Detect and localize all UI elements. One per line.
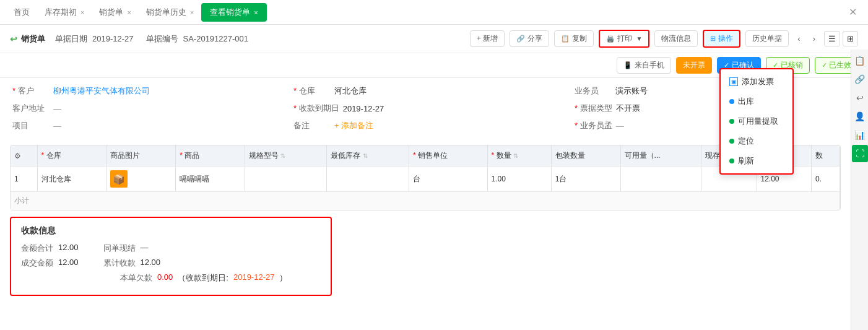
main-content: ↩ 销货单 单据日期 2019-12-27 单据编号 SA-20191227-0…	[0, 25, 868, 330]
col-extra: 数	[812, 145, 840, 167]
right-icon-1[interactable]: 📋	[851, 52, 868, 69]
due-date-field: 收款到期日 2019-12-27	[293, 103, 575, 114]
right-panel: 📋 🔗 ↩ 👤 📊 ⛶	[851, 50, 868, 330]
doc-title: ↩ 销货单	[10, 33, 45, 45]
refresh-item[interactable]: 刷新	[721, 151, 792, 171]
right-icon-5[interactable]: 📊	[851, 126, 868, 144]
owe-label: 本单欠款	[120, 272, 152, 284]
tab-history[interactable]: 销货单历史 ×	[139, 2, 201, 23]
col-warehouse: * 仓库	[37, 145, 106, 167]
due-date-label: 收款到期日	[293, 103, 339, 114]
outbound-item[interactable]: 出库	[721, 92, 792, 111]
location-icon	[729, 139, 734, 144]
available-item[interactable]: 可用量提取	[721, 111, 792, 131]
row-product: 嗝嗝嗝嗝	[176, 167, 245, 192]
total-recv-label: 累计收款	[103, 258, 136, 269]
same-order-item: 同单现结 —	[103, 243, 149, 254]
address-field: 客户地址 —	[12, 103, 293, 114]
view-grid[interactable]: ⊞	[843, 31, 858, 46]
doc-date-label: 单据日期 2019-12-27	[55, 33, 134, 45]
col-spec: 规格型号 ⇅	[245, 145, 327, 167]
staff2-value: —	[616, 121, 624, 131]
payment-row-2: 成交金额 12.00 累计收款 12.00	[21, 258, 321, 269]
tab-sales[interactable]: 销货单 ×	[92, 2, 138, 23]
warehouse-field: 仓库 河北仓库	[293, 85, 575, 97]
doc-meta: 单据日期 2019-12-27 单据编号 SA-20191227-001	[55, 33, 248, 45]
history-button[interactable]: 历史单据	[745, 30, 789, 47]
address-label: 客户地址	[12, 103, 50, 114]
table-row: 1 河北仓库 📦 嗝嗝嗝嗝 台 1.00 1台 12.00	[11, 167, 840, 192]
owe-value: 0.00	[157, 272, 173, 284]
tab-inventory-close[interactable]: ×	[80, 9, 84, 16]
row-pkg-qty: 1台	[551, 167, 620, 192]
location-label: 定位	[738, 136, 754, 147]
subtotal-label: 小计	[11, 192, 840, 211]
owe-item: 本单欠款 0.00 （收款到期日: 2019-12-27 ）	[120, 272, 287, 284]
row-qty: 1.00	[487, 167, 551, 192]
doc-icon: ↩	[10, 34, 17, 44]
tab-bar: 首页 库存期初 × 销货单 × 销货单历史 × 查看销货单 × ✕	[0, 0, 868, 25]
tab-view-sales[interactable]: 查看销货单 ×	[201, 3, 266, 22]
tab-history-close[interactable]: ×	[190, 9, 194, 16]
right-icon-4[interactable]: 👤	[851, 108, 868, 125]
window-close-button[interactable]: ✕	[844, 4, 862, 20]
staff2-label: 业务员孟	[575, 120, 612, 131]
new-button[interactable]: + 新增	[470, 30, 505, 47]
tab-view-sales-label: 查看销货单	[210, 7, 250, 18]
doc-title-text: 销货单	[21, 33, 45, 45]
product-table-wrap: ⚙ * 仓库 商品图片 * 商品 规格型号 ⇅ 最低库存 ⇅ * 销售单位 * …	[10, 145, 841, 211]
due-date-value: 2019-12-27	[343, 104, 384, 113]
ticket-field: 票据类型 不开票	[575, 103, 856, 114]
refresh-label: 刷新	[738, 155, 754, 167]
right-icon-3[interactable]: ↩	[853, 89, 867, 106]
deal-item: 成交金额 12.00	[21, 258, 79, 269]
tab-view-sales-close[interactable]: ×	[254, 9, 258, 16]
project-field: 项目 —	[12, 120, 293, 131]
tab-inventory-label: 库存期初	[45, 7, 77, 18]
operation-button[interactable]: ⊞ 操作	[703, 30, 740, 48]
not-open-button[interactable]: 未开票	[676, 57, 712, 74]
toolbar-right: + 新增 🔗 分享 📋 复制 🖨️ 打印 ▼	[470, 30, 858, 48]
row-available	[620, 167, 701, 192]
staff-field: 业务员 演示账号	[575, 85, 856, 97]
warehouse-value: 河北仓库	[334, 85, 367, 97]
deal-label: 成交金额	[21, 258, 53, 269]
amount-label: 金额合计	[21, 243, 53, 254]
from-phone-button[interactable]: 📱 来自手机	[617, 57, 671, 74]
share-button[interactable]: 🔗 分享	[510, 30, 549, 47]
right-icon-6[interactable]: ⛶	[852, 145, 868, 162]
print-button-wrapper: 🖨️ 打印 ▼	[599, 30, 649, 48]
amount-item: 金额合计 12.00	[21, 243, 79, 254]
print-dropdown-arrow[interactable]: ▼	[636, 35, 642, 42]
subtotal-row: 小计	[11, 192, 840, 211]
add-note-button[interactable]: + 添加备注	[334, 120, 373, 131]
payment-row-3: 本单欠款 0.00 （收款到期日: 2019-12-27 ）	[21, 272, 321, 284]
tab-sales-close[interactable]: ×	[127, 9, 131, 16]
note-field: 备注 + 添加备注	[293, 120, 575, 131]
col-pkg-qty: 包装数量	[551, 145, 620, 167]
nav-prev[interactable]: ‹	[794, 32, 804, 46]
col-image: 商品图片	[106, 145, 176, 167]
note-label: 备注	[293, 120, 331, 131]
row-min-stock	[327, 167, 409, 192]
deal-value: 12.00	[58, 258, 79, 269]
add-invoice-item[interactable]: ▣ 添加发票	[721, 72, 792, 92]
copy-button[interactable]: 📋 复制	[554, 30, 594, 47]
doc-no-label: 单据编号 SA-20191227-001	[146, 33, 249, 45]
location-item[interactable]: 定位	[721, 131, 792, 151]
refresh-icon	[729, 158, 734, 163]
row-no: 1	[11, 167, 37, 192]
logistics-button[interactable]: 物流信息	[654, 30, 698, 47]
tab-home-label: 首页	[14, 7, 30, 18]
print-button[interactable]: 🖨️ 打印 ▼	[600, 31, 648, 46]
col-gear[interactable]: ⚙	[11, 145, 37, 167]
tab-home[interactable]: 首页	[6, 2, 37, 23]
col-unit: * 销售单位	[409, 145, 487, 167]
product-image: 📦	[110, 170, 128, 188]
col-qty: * 数量 ⇅	[487, 145, 551, 167]
tab-inventory[interactable]: 库存期初 ×	[37, 2, 92, 23]
customer-value[interactable]: 柳州粤港平安气体有限公司	[53, 85, 150, 97]
right-icon-2[interactable]: 🔗	[851, 71, 868, 88]
nav-next[interactable]: ›	[809, 32, 819, 46]
view-list[interactable]: ☰	[824, 31, 840, 46]
